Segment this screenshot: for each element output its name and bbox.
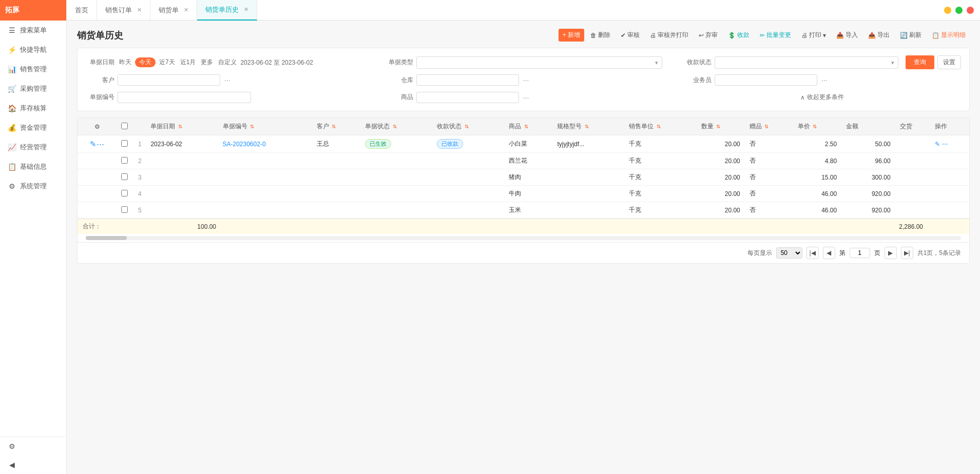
row-checkbox-4[interactable] (121, 206, 128, 213)
th-spec[interactable]: 规格型号 ⇅ (554, 118, 626, 135)
sidebar-item-inventory[interactable]: 🏠 库存核算 (0, 98, 66, 118)
batch-change-button[interactable]: ✏ 批量变更 (756, 29, 795, 42)
next-page-button[interactable]: ▶ (885, 247, 897, 259)
select-all-checkbox[interactable] (121, 123, 128, 129)
th-doc-date[interactable]: 单据日期 ⇅ (147, 118, 219, 135)
sidebar-bottom-collapse[interactable]: ◀ (0, 456, 66, 474)
per-page-select[interactable]: 50 100 200 (776, 247, 802, 259)
sidebar-item-search-menu[interactable]: ☰ 搜索菜单 (0, 21, 66, 40)
settings-filter-button[interactable]: 设置 (937, 55, 961, 69)
th-settings[interactable]: ⚙ (78, 118, 117, 135)
row-action-edit[interactable]: ✎ (90, 140, 97, 148)
td-action (932, 202, 969, 219)
td-row-num: 4 (132, 186, 147, 202)
date-btn-more[interactable]: 更多 (199, 57, 215, 67)
collect-status-select[interactable] (715, 56, 898, 69)
sales-rep-input[interactable] (715, 74, 817, 86)
tab-home[interactable]: 首页 (67, 0, 97, 21)
th-doc-no[interactable]: 单据编号 ⇅ (220, 118, 314, 135)
goods-input[interactable] (416, 92, 519, 103)
sidebar-item-system-mgmt[interactable]: ⚙ 系统管理 (0, 176, 66, 196)
date-btn-today[interactable]: 今天 (135, 57, 156, 67)
row-checkbox-0[interactable] (121, 140, 128, 147)
td-quantity: 20.00 (698, 135, 746, 153)
td-settings: ✎⋯ (78, 135, 117, 153)
td-row-num: 5 (132, 202, 147, 219)
tab-sales-order-close[interactable]: ✕ (137, 7, 142, 13)
sidebar-item-sales-mgmt[interactable]: 📊 销售管理 (0, 60, 66, 79)
row-checkbox-1[interactable] (121, 157, 128, 164)
customer-input[interactable] (118, 74, 220, 86)
data-table: ⚙ 单据日期 ⇅ 单据编号 ⇅ (78, 118, 969, 219)
date-btn-7days[interactable]: 近7天 (158, 57, 177, 67)
collapse-button[interactable]: ∧ 收起更多条件 (796, 91, 848, 104)
sales-rep-ellipsis[interactable]: ··· (820, 76, 829, 84)
date-btn-yesterday[interactable]: 昨天 (118, 57, 133, 67)
collect-button[interactable]: 💲 收款 (724, 29, 754, 42)
audit-button[interactable]: ✔ 审核 (617, 29, 644, 42)
delete-button[interactable]: 🗑 删除 (586, 29, 614, 42)
new-button[interactable]: + 新增 (559, 29, 584, 42)
row-checkbox-2[interactable] (121, 173, 128, 180)
td-doc-status (362, 153, 434, 169)
query-button[interactable]: 查询 (906, 55, 934, 69)
sidebar-item-finance[interactable]: 💰 资金管理 (0, 118, 66, 137)
tab-sales-history[interactable]: 销货单历史 ✕ (197, 0, 257, 21)
th-goods[interactable]: 商品 ⇅ (506, 118, 554, 135)
row-action-more[interactable]: ⋯ (97, 140, 104, 148)
sidebar-item-operations[interactable]: 📈 经营管理 (0, 137, 66, 157)
close-button[interactable] (967, 7, 974, 14)
tab-sales-history-close[interactable]: ✕ (244, 6, 248, 13)
show-detail-button[interactable]: 📋 显示明细 (928, 29, 970, 42)
warehouse-ellipsis[interactable]: ··· (522, 76, 530, 84)
th-sales-unit[interactable]: 销售单位 ⇅ (626, 118, 698, 135)
td-checkbox (117, 153, 132, 169)
sidebar-item-purchase-mgmt[interactable]: 🛒 采购管理 (0, 79, 66, 98)
goods-ellipsis[interactable]: ··· (522, 93, 530, 102)
export-button[interactable]: 📤 导出 (864, 29, 894, 42)
first-page-button[interactable]: |◀ (806, 247, 819, 259)
prev-page-button[interactable]: ◀ (823, 247, 835, 259)
th-quantity[interactable]: 数量 ⇅ (698, 118, 746, 135)
abandon-button[interactable]: ↩ 弃审 (695, 29, 722, 42)
filter-date-item: 单据日期 昨天 今天 近7天 近1月 更多 自定义 2023-06-02 至 2… (86, 57, 364, 67)
td-spec (554, 153, 626, 169)
maximize-button[interactable] (955, 7, 963, 14)
td-goods: 西兰花 (506, 153, 554, 169)
table-footer: 合计： 100.00 2,286.00 (78, 219, 969, 234)
sidebar-item-basic-info[interactable]: 📋 基础信息 (0, 157, 66, 176)
customer-ellipsis[interactable]: ··· (223, 76, 232, 84)
row-checkbox-3[interactable] (121, 190, 128, 196)
doc-type-select[interactable] (416, 56, 663, 69)
th-unit-price[interactable]: 单价 ⇅ (795, 118, 843, 135)
sidebar-bottom-gear[interactable]: ⚙ (0, 437, 66, 456)
page-number-input[interactable] (850, 248, 870, 258)
doc-no-input[interactable] (118, 92, 251, 103)
minimize-button[interactable] (944, 7, 951, 14)
gift-sort-icon: ⇅ (764, 124, 768, 129)
tab-sales-order[interactable]: 销售订单 ✕ (97, 0, 150, 21)
th-customer[interactable]: 客户 ⇅ (314, 118, 362, 135)
print-button[interactable]: 🖨 打印 ▾ (797, 29, 830, 42)
warehouse-input[interactable] (416, 74, 519, 86)
filter-row-2: 客户 ··· 仓库 ··· 业务员 ··· (86, 74, 961, 86)
date-btn-1month[interactable]: 近1月 (179, 57, 198, 67)
tab-sales-delivery[interactable]: 销货单 ✕ (150, 0, 197, 21)
action-more[interactable]: ⋯ (942, 141, 948, 148)
date-btn-custom[interactable]: 自定义 (217, 57, 238, 67)
last-page-button[interactable]: ▶| (901, 247, 913, 259)
horizontal-scrollbar[interactable] (86, 236, 961, 240)
td-amount: 96.00 (843, 153, 896, 169)
th-doc-status[interactable]: 单据状态 ⇅ (362, 118, 434, 135)
td-action: ✎⋯ (932, 135, 969, 153)
audit-print-button[interactable]: 🖨 审核并打印 (646, 29, 693, 42)
import-button[interactable]: 📥 导入 (832, 29, 862, 42)
refresh-button[interactable]: 🔄 刷新 (896, 29, 926, 42)
action-edit[interactable]: ✎ (935, 141, 940, 148)
doc-no-link[interactable]: SA-20230602-0 (223, 141, 266, 148)
tab-sales-delivery-close[interactable]: ✕ (184, 7, 188, 13)
th-gift[interactable]: 赠品 ⇅ (746, 118, 795, 135)
th-checkbox (117, 118, 132, 135)
sidebar-item-quick-nav[interactable]: ⚡ 快捷导航 (0, 40, 66, 60)
th-collect-status[interactable]: 收款状态 ⇅ (434, 118, 506, 135)
